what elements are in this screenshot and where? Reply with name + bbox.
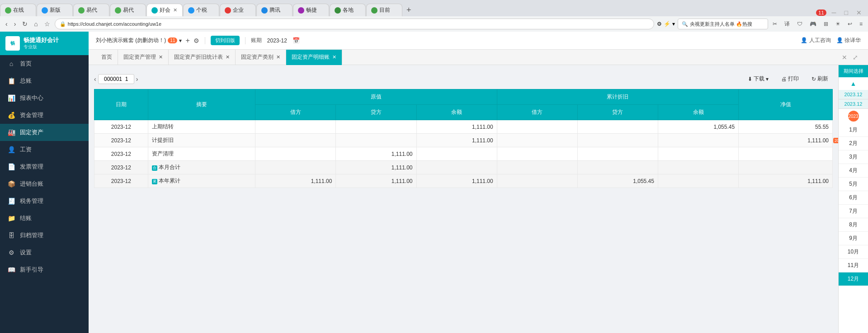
period-month-8[interactable]: 8月 — [839, 218, 868, 232]
sidebar-item-label: 新手引导 — [20, 266, 43, 274]
period-month-2[interactable]: 2月 — [839, 137, 868, 150]
sidebar-item-funds[interactable]: 💰 资金管理 — [0, 107, 89, 124]
period-month-4[interactable]: 4月 — [839, 164, 868, 178]
maximize-button[interactable]: □ — [842, 9, 851, 16]
print-button[interactable]: 🖨 打印 — [777, 73, 803, 84]
tab-asset-category[interactable]: 固定资产类别 ✕ — [236, 50, 286, 65]
minimize-button[interactable]: ─ — [829, 9, 839, 16]
browser-tab-geshui[interactable]: 个税 — [183, 4, 219, 16]
browser-tab-tencent[interactable]: 腾讯 — [256, 4, 292, 16]
tab-close-icon[interactable]: ✕ — [159, 54, 163, 60]
sidebar-item-fixed-assets[interactable]: 🏭 固定资产 — [0, 124, 89, 141]
cell-accum-balance: 1,055.45 — [658, 120, 738, 134]
brightness-button[interactable]: ☀ — [834, 21, 842, 27]
tab-depreciation-stats[interactable]: 固定资产折旧统计表 ✕ — [169, 50, 236, 65]
browser-tab-haohui[interactable]: 好会 ✕ — [146, 4, 183, 16]
tab-close-icon[interactable]: ✕ — [332, 54, 336, 60]
forward-button[interactable]: › — [12, 20, 18, 28]
user-avatar[interactable]: 👤 徐译华 — [836, 37, 861, 44]
browser-tab-new[interactable]: 新版 — [37, 4, 73, 16]
tab-fixed-assets-mgmt[interactable]: 固定资产管理 ✕ — [118, 50, 169, 65]
tab-close-icon[interactable]: ✕ — [226, 54, 230, 60]
th-original-value: 原值 — [255, 89, 497, 105]
panel-expand-button[interactable]: ⤢ — [850, 54, 861, 61]
browser-tab-yidai1[interactable]: 易代 — [73, 4, 109, 16]
period-month-3[interactable]: 3月 — [839, 150, 868, 164]
cell-accum-debit — [497, 147, 577, 161]
browser-tab-muqian[interactable]: 目前 — [366, 4, 402, 16]
download-button[interactable]: ⬇ 下载 ▾ — [743, 73, 773, 84]
sidebar-item-closing[interactable]: 📁 结账 — [0, 210, 89, 227]
sidebar-item-payroll[interactable]: 👤 工资 — [0, 141, 89, 158]
cell-accum-debit — [497, 134, 577, 147]
window-close-button[interactable]: ✕ — [854, 9, 864, 16]
sidebar-item-settings[interactable]: ⚙ 设置 — [0, 244, 89, 261]
menu-button[interactable]: ≡ — [858, 21, 864, 27]
table-row: 2023-12 计提折旧 1,111.00 1,111.00 2023 — [94, 134, 833, 147]
calendar-icon[interactable]: 📅 — [292, 37, 300, 44]
table-row: 2023-12 资产清理 1,111.00 — [94, 147, 833, 161]
back-button[interactable]: ‹ — [4, 20, 9, 28]
sidebar-item-reports[interactable]: 📊 报表中心 — [0, 89, 89, 107]
new-tab-button[interactable]: + — [403, 4, 415, 16]
browser-tab-yidai2[interactable]: 易代 — [110, 4, 146, 16]
period-month-5[interactable]: 5月 — [839, 178, 868, 191]
tab-label: 固定资产类别 — [241, 53, 274, 61]
settings-icon-button[interactable]: ⚙ — [193, 37, 199, 44]
sidebar-item-archive[interactable]: 🗄 归档管理 — [0, 227, 89, 244]
shield-button[interactable]: 🛡 — [795, 21, 804, 27]
tab-home[interactable]: 首页 — [96, 50, 118, 65]
refresh-button[interactable]: ↻ 刷新 — [807, 73, 833, 84]
cell-original-balance — [416, 147, 497, 161]
customer-service-button[interactable]: 👤 人工咨询 — [801, 37, 830, 44]
tab-close-icon[interactable]: ✕ — [276, 54, 280, 60]
period-month-9[interactable]: 9月 — [839, 232, 868, 245]
panel-close-button[interactable]: ✕ — [839, 54, 850, 61]
game-button[interactable]: 🎮 — [808, 21, 818, 27]
sidebar-item-general-ledger[interactable]: 📋 总账 — [0, 72, 89, 89]
search-input[interactable]: 🔍 央视更新主持人名单 🔥热搜 — [678, 19, 768, 29]
browser-tab-gedi[interactable]: 各地 — [330, 4, 366, 16]
browser-tab-online[interactable]: 在线 — [0, 4, 36, 16]
period-month-10[interactable]: 10月 — [839, 245, 868, 259]
period-label: 账期 — [251, 37, 262, 44]
cut-button[interactable]: ✂ — [771, 21, 779, 27]
cell-accum-balance — [658, 161, 738, 174]
prev-page-button[interactable]: ‹ — [94, 75, 96, 83]
switch-version-button[interactable]: 切到旧版 — [211, 36, 240, 45]
period-year-icon[interactable]: 2023 — [848, 111, 859, 122]
refresh-icon: ↻ — [811, 76, 816, 82]
browser-tab-label: 企业 — [233, 6, 244, 14]
period-month-12[interactable]: 12月 — [839, 272, 868, 286]
history-button[interactable]: ↩ — [846, 21, 854, 27]
sidebar-item-guide[interactable]: 📖 新手引导 — [0, 261, 89, 278]
period-up-button[interactable]: ▲ — [839, 77, 868, 90]
refresh-button[interactable]: ↻ — [20, 20, 29, 28]
grid-button[interactable]: ⊞ — [822, 21, 830, 27]
browser-tab-close[interactable]: ✕ — [173, 7, 177, 13]
page-input[interactable] — [98, 74, 134, 84]
period-month-11[interactable]: 11月 — [839, 259, 868, 272]
period-month-1[interactable]: 1月 — [839, 123, 868, 137]
period-month-6[interactable]: 6月 — [839, 191, 868, 205]
sidebar-item-home[interactable]: ⌂ 首页 — [0, 55, 89, 72]
translate-button[interactable]: 译 — [783, 20, 792, 28]
browser-tab-qiye[interactable]: 企业 — [220, 4, 256, 16]
sidebar-item-invoice[interactable]: 📄 发票管理 — [0, 158, 89, 175]
browser-tab-changjie[interactable]: 畅捷 — [293, 4, 329, 16]
next-page-button[interactable]: › — [136, 75, 138, 83]
app-tab-bar: 首页 固定资产管理 ✕ 固定资产折旧统计表 ✕ 固定资产类别 ✕ 固定资产明细账… — [89, 50, 868, 65]
home-button[interactable]: ⌂ — [32, 20, 39, 28]
add-company-button[interactable]: + — [185, 37, 189, 45]
period-month-7[interactable]: 7月 — [839, 205, 868, 218]
url-input[interactable]: 🔒 https://cloud.chanjet.com/accounting/u… — [55, 19, 654, 29]
company-selector[interactable]: 刘小艳演示账套 (勿删勿动！) 11 ▾ — [96, 37, 182, 44]
browser-tab-label: 目前 — [379, 6, 390, 14]
tab-asset-detail-ledger[interactable]: 固定资产明细账 ✕ — [286, 50, 342, 65]
browser-tab-label: 易代 — [123, 6, 134, 14]
cell-date: 2023-12 — [94, 161, 148, 174]
sidebar-item-purchase-sales[interactable]: 📦 进销台账 — [0, 175, 89, 192]
bookmark-button[interactable]: ☆ — [42, 20, 52, 28]
cell-original-debit — [255, 134, 336, 147]
sidebar-item-tax[interactable]: 🧾 税务管理 — [0, 192, 89, 210]
